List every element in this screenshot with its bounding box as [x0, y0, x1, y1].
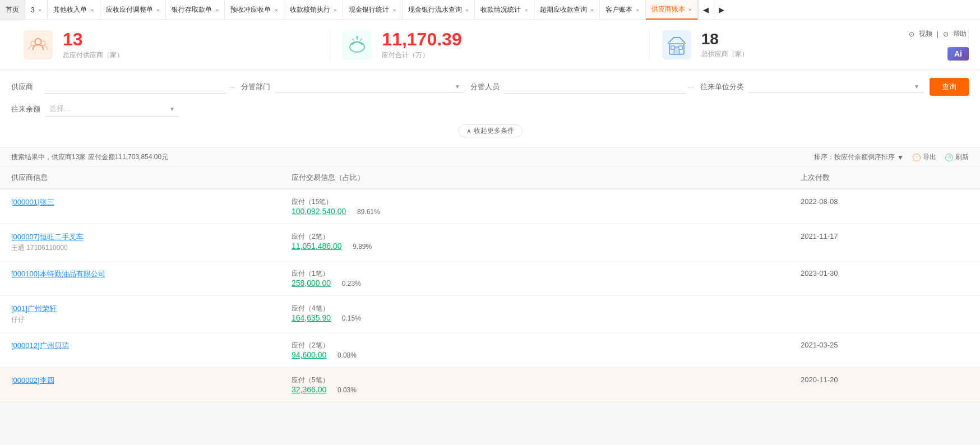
category-filter-select[interactable]: ▼ [748, 81, 924, 92]
nav-receive-stat[interactable]: 收款情况统计 × [475, 0, 534, 20]
supplier-filter-input[interactable] [44, 80, 226, 94]
payable-pct: 89.61% [357, 208, 380, 216]
supplier-filter-dots[interactable]: ··· [229, 82, 235, 91]
supplier-cell: [000002]李四 [11, 376, 292, 386]
ai-badge[interactable]: Ai [947, 47, 969, 61]
payable-amount[interactable]: 164,635.90 [292, 313, 331, 322]
supplier-link[interactable]: [000007]恒旺二手叉车 [11, 233, 84, 241]
nav-tab3[interactable]: 3 × [25, 0, 48, 20]
nav-receive-verify-close[interactable]: × [334, 7, 337, 13]
nav-home-label: 首页 [6, 5, 19, 15]
dept-filter-select[interactable]: ▼ [275, 81, 465, 92]
supplier-link[interactable]: [000012]广州贝瑞 [11, 341, 69, 350]
result-right: 排序：按应付余额倒序排序 ▼ ↑ 导出 ↺ 刷新 [814, 152, 969, 162]
payable-amount-row: 32,366.00 0.03% [292, 385, 801, 394]
payable-label: 应付（15笔） [292, 197, 801, 207]
nav-cash-flow[interactable]: 现金银行流水查询 × [403, 0, 475, 20]
nav-supplier-book-close[interactable]: × [688, 6, 692, 13]
nav-pre-receive[interactable]: 预收冲应收单 × [225, 0, 284, 20]
collapse-up-icon: ∧ [466, 127, 471, 135]
svg-point-3 [41, 41, 45, 45]
supplier-link[interactable]: [001]广州荣轩 [11, 304, 57, 313]
query-button[interactable]: 查询 [930, 78, 969, 96]
payable-suppliers-label: 总应付供应商（家） [63, 50, 123, 60]
nav-supplier-book[interactable]: 供应商账本 × [646, 0, 698, 20]
dept-chevron-down-icon: ▼ [455, 84, 460, 90]
payable-amount-row: 164,635.90 0.15% [292, 313, 801, 322]
payable-cell: 应付（15笔） 100,092,540.00 89.61% [292, 197, 801, 216]
nav-right-arrow[interactable]: ▶ [714, 0, 729, 20]
payable-label: 应付（5笔） [292, 376, 801, 385]
last-pay-date: 2021-03-25 [801, 341, 969, 349]
nav-cash-stat-close[interactable]: × [392, 7, 396, 13]
filter-person: 分管人员 ··· [470, 80, 695, 94]
table-row: [000100]本特勤油品有限公司 应付（1笔） 258,000.00 0.23… [0, 261, 980, 296]
payable-amount[interactable]: 11,051,486.00 [292, 242, 342, 251]
divider: | [937, 30, 939, 38]
payable-cell: 应付（2笔） 11,051,486.00 9.89% [292, 232, 801, 251]
nav-overdue-close[interactable]: × [590, 7, 594, 13]
refresh-label: 刷新 [955, 152, 969, 162]
help-label[interactable]: 帮助 [953, 29, 967, 39]
nav-cash-stat[interactable]: 现金银行统计 × [343, 0, 402, 20]
sort-select[interactable]: 排序：按应付余额倒序排序 ▼ [814, 152, 904, 162]
supplier-link[interactable]: [000002]李四 [11, 376, 54, 384]
stat-content-payable-total: 11,170.39 应付合计（万） [382, 30, 461, 60]
supplier-sub: 王通 17106110000 [11, 243, 292, 253]
nav-cash-flow-close[interactable]: × [465, 7, 469, 13]
collapse-button[interactable]: ∧ 收起更多条件 [458, 124, 523, 137]
payable-amount[interactable]: 32,366.00 [292, 385, 326, 394]
total-suppliers-num: 18 [701, 31, 748, 47]
nav-receive-verify-label: 收款核销执行 [290, 5, 330, 15]
table-body: [000001]张三 应付（15笔） 100,092,540.00 89.61%… [0, 189, 980, 402]
filter-row-1: 供应商 ··· 分管部门 ▼ 分管人员 ··· 往来单位分类 ▼ 查询 [11, 78, 969, 96]
col-header-payable: 应付交易信息（占比） [292, 173, 801, 183]
payable-pct: 0.08% [338, 351, 357, 359]
nav-pre-receive-close[interactable]: × [274, 7, 278, 13]
dept-filter-label: 分管部门 [241, 82, 270, 92]
payable-suppliers-num: 13 [63, 30, 123, 48]
payable-amount[interactable]: 258,000.00 [292, 279, 331, 288]
payable-amount[interactable]: 94,600.00 [292, 350, 326, 359]
person-filter-input[interactable] [504, 80, 686, 94]
refresh-button[interactable]: ↺ 刷新 [945, 152, 969, 162]
nav-supplier-book-label: 供应商账本 [651, 4, 685, 14]
payable-amount-row: 11,051,486.00 9.89% [292, 242, 801, 251]
nav-other-income-close[interactable]: × [90, 7, 94, 13]
payable-amount[interactable]: 100,092,540.00 [292, 207, 346, 216]
video-label[interactable]: 视频 [919, 29, 932, 39]
nav-adjust-close[interactable]: × [156, 7, 160, 13]
nav-customer-book-label: 客户账本 [605, 5, 632, 15]
supplier-filter-label: 供应商 [11, 82, 39, 92]
supplier-sub: 仔仔 [11, 315, 292, 325]
filter-area: 供应商 ··· 分管部门 ▼ 分管人员 ··· 往来单位分类 ▼ 查询 [0, 70, 980, 148]
export-button[interactable]: ↑ 导出 [913, 152, 936, 162]
nav-tab3-close[interactable]: × [38, 7, 41, 13]
nav-other-income[interactable]: 其他收入单 × [48, 0, 100, 20]
person-filter-dots[interactable]: ··· [688, 82, 695, 91]
nav-bank-deposit[interactable]: 银行存取款单 × [166, 0, 225, 20]
balance-filter-select[interactable]: 选择... ▼ [45, 101, 179, 117]
collapse-bar: ∧ 收起更多条件 [11, 122, 969, 142]
nav-home[interactable]: 首页 [0, 0, 25, 20]
supplier-cell: [000007]恒旺二手叉车 王通 17106110000 [11, 232, 292, 253]
nav-overdue[interactable]: 超期应收款查询 × [534, 0, 600, 20]
table-area: 供应商信息 应付交易信息（占比） 上次付数 [000001]张三 应付（15笔）… [0, 167, 980, 402]
nav-pre-receive-label: 预收冲应收单 [230, 5, 271, 15]
supplier-link[interactable]: [000001]张三 [11, 198, 54, 206]
nav-customer-book-close[interactable]: × [636, 7, 639, 13]
nav-customer-book[interactable]: 客户账本 × [600, 0, 645, 20]
nav-left-arrow[interactable]: ◀ [698, 0, 714, 20]
category-chevron-down-icon: ▼ [914, 84, 919, 90]
table-row: [000001]张三 应付（15笔） 100,092,540.00 89.61%… [0, 189, 980, 224]
nav-receive-verify[interactable]: 收款核销执行 × [284, 0, 343, 20]
nav-tab3-label: 3 [31, 6, 35, 14]
supplier-link[interactable]: [000100]本特勤油品有限公司 [11, 270, 105, 278]
nav-adjust[interactable]: 应收应付调整单 × [100, 0, 166, 20]
nav-bank-deposit-close[interactable]: × [215, 7, 219, 13]
filter-row-2: 往来余额 选择... ▼ [11, 101, 969, 117]
nav-receive-stat-close[interactable]: × [524, 7, 528, 13]
person-filter-label: 分管人员 [470, 82, 500, 92]
supplier-cell: [000100]本特勤油品有限公司 [11, 269, 292, 279]
svg-point-9 [356, 36, 358, 38]
